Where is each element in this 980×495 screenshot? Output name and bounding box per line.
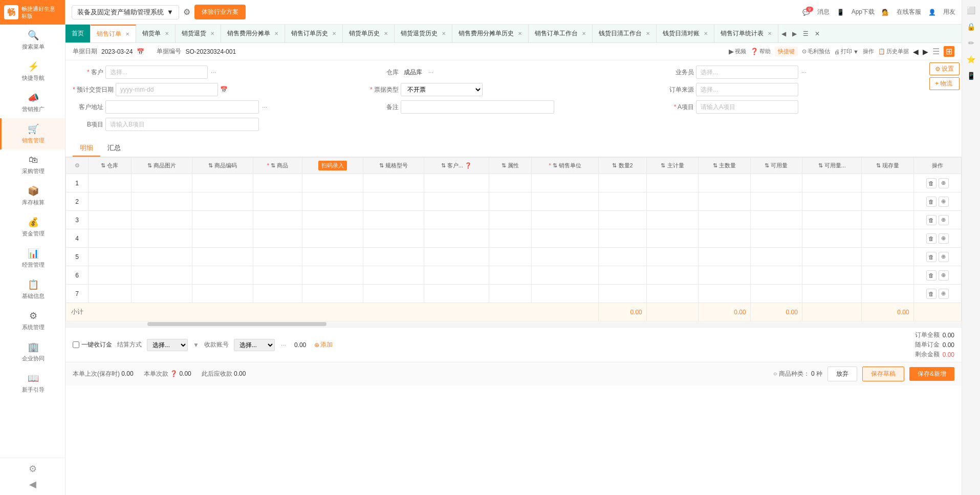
tab-summary[interactable]: 汇总 — [100, 140, 128, 157]
row-code[interactable] — [192, 248, 253, 266]
collapse-icon[interactable]: ◀ — [29, 479, 36, 490]
notification-badge[interactable]: 💬 9 — [802, 9, 810, 16]
row-delete-btn[interactable]: 🗑 — [926, 252, 937, 262]
online-service-label[interactable]: 在线客服 — [897, 8, 921, 16]
th-gear[interactable]: ⚙ — [66, 158, 89, 174]
right-panel-icon-2[interactable]: 🔒 — [964, 19, 978, 34]
sidebar-item-sales[interactable]: 🛒 销售管理 — [0, 118, 65, 149]
salesperson-input[interactable] — [696, 66, 798, 79]
row-customer-code[interactable] — [424, 192, 489, 211]
customer-more-btn[interactable]: ··· — [211, 69, 216, 76]
row-warehouse[interactable] — [89, 211, 131, 229]
row-delete-btn[interactable]: 🗑 — [926, 215, 937, 225]
date-picker-icon[interactable]: 📅 — [220, 86, 228, 93]
tab-next-btn[interactable]: ▶ — [789, 25, 800, 43]
row-name[interactable] — [253, 248, 302, 266]
row-name[interactable] — [253, 211, 302, 229]
row-attr[interactable] — [489, 229, 531, 248]
address-more-btn[interactable]: ··· — [262, 103, 267, 111]
row-unit[interactable] — [532, 192, 599, 211]
tab-daily-clear-close[interactable]: ✕ — [646, 31, 650, 36]
payment-method-more[interactable]: ▼ — [193, 341, 199, 349]
row-main-qty[interactable] — [699, 266, 750, 285]
right-panel-icon-3[interactable]: ✏ — [964, 36, 978, 50]
row-unit[interactable] — [532, 229, 599, 248]
row-qty2[interactable] — [599, 192, 646, 211]
row-name[interactable] — [253, 285, 302, 303]
row-spec[interactable] — [363, 285, 424, 303]
tab-order-history[interactable]: 销售订单历史 ✕ — [285, 25, 343, 43]
remark-input[interactable] — [401, 100, 554, 114]
row-code[interactable] — [192, 285, 253, 303]
row-spec[interactable] — [363, 248, 424, 266]
tab-workbench-close[interactable]: ✕ — [582, 31, 586, 36]
row-customer-code[interactable] — [424, 285, 489, 303]
row-main-qty[interactable] — [699, 174, 750, 192]
toolbar-nav-prev[interactable]: ◀ — [913, 48, 919, 56]
row-code[interactable] — [192, 192, 253, 211]
row-customer-code[interactable] — [424, 229, 489, 248]
tab-sales-order-close[interactable]: ✕ — [125, 31, 129, 37]
tab-return-history-close[interactable]: ✕ — [442, 31, 446, 36]
toolbar-nav-next[interactable]: ▶ — [923, 48, 928, 56]
calendar-icon[interactable]: 📅 — [137, 48, 144, 55]
save-new-btn[interactable]: 保存&新增 — [909, 367, 954, 381]
row-main-qty[interactable] — [699, 248, 750, 266]
toolbar-grid-view[interactable]: ⊞ — [944, 46, 954, 57]
row-qty2[interactable] — [599, 229, 646, 248]
tab-bill-history[interactable]: 销货单历史 ✕ — [343, 25, 395, 43]
tab-close-all-btn[interactable]: ✕ — [812, 25, 823, 43]
tab-return-history[interactable]: 销货退货历史 ✕ — [395, 25, 452, 43]
add-link[interactable]: ⊕ 添加 — [314, 340, 333, 349]
row-code[interactable] — [192, 229, 253, 248]
row-delete-btn[interactable]: 🗑 — [926, 270, 937, 281]
row-qty2[interactable] — [599, 211, 646, 229]
delivery-date-input[interactable] — [116, 83, 218, 96]
tab-order-history-close[interactable]: ✕ — [332, 31, 336, 36]
row-unit[interactable] — [532, 285, 599, 303]
a-project-input[interactable] — [696, 100, 798, 114]
row-copy-btn[interactable]: ⊕ — [939, 233, 949, 244]
tab-menu-btn[interactable]: ☰ — [800, 25, 812, 43]
th-scan[interactable]: 扫码录入 — [302, 158, 363, 174]
row-delete-btn[interactable]: 🗑 — [926, 289, 937, 299]
b-project-input[interactable] — [105, 118, 259, 131]
row-name[interactable] — [253, 192, 302, 211]
row-copy-btn[interactable]: ⊕ — [939, 289, 949, 299]
tab-expense[interactable]: 销售费用分摊单 ✕ — [221, 25, 285, 43]
row-customer-code[interactable] — [424, 248, 489, 266]
save-draft-btn[interactable]: 保存草稿 — [862, 367, 904, 381]
sidebar-item-system[interactable]: ⚙ 系统管理 — [0, 305, 65, 336]
row-qty2[interactable] — [599, 285, 646, 303]
settings-bottom-icon[interactable]: ⚙ — [29, 463, 37, 475]
row-main-qty[interactable] — [699, 192, 750, 211]
quick-collect-checkbox[interactable]: 一键收订金 — [73, 340, 112, 349]
customer-input[interactable] — [105, 66, 208, 79]
tab-expense-history[interactable]: 销售费用分摊单历史 ✕ — [452, 25, 529, 43]
tab-expense-history-close[interactable]: ✕ — [518, 31, 522, 36]
toolbar-list-view[interactable]: ☰ — [932, 47, 940, 56]
tab-stats-close[interactable]: ✕ — [768, 31, 772, 36]
row-copy-btn[interactable]: ⊕ — [939, 197, 949, 207]
row-unit[interactable] — [532, 266, 599, 285]
tab-return[interactable]: 销货退货 ✕ — [176, 25, 221, 43]
industry-btn[interactable]: 体验行业方案 — [194, 5, 246, 19]
app-selector[interactable]: 装备及固定资产辅助管理系统 ▼ — [72, 5, 179, 19]
row-qty2[interactable] — [599, 174, 646, 192]
row-warehouse[interactable] — [89, 192, 131, 211]
sidebar-item-enterprise[interactable]: 🏢 企业协同 — [0, 336, 65, 368]
tab-return-close[interactable]: ✕ — [210, 31, 214, 36]
print-btn[interactable]: 🖨 打印 ▼ — [834, 48, 859, 55]
row-spec[interactable] — [363, 192, 424, 211]
quick-collect-check[interactable] — [73, 341, 79, 348]
invoice-type-select[interactable]: 不开票 — [401, 83, 483, 96]
customer-address-input[interactable] — [105, 100, 259, 114]
sidebar-item-purchase[interactable]: 🛍 采购管理 — [0, 149, 65, 180]
row-attr[interactable] — [489, 248, 531, 266]
bank-more-btn[interactable]: ··· — [281, 341, 286, 349]
row-delete-btn[interactable]: 🗑 — [926, 178, 937, 188]
row-attr[interactable] — [489, 266, 531, 285]
order-source-input[interactable] — [696, 83, 798, 96]
warehouse-more-btn[interactable]: ··· — [428, 69, 433, 76]
row-unit[interactable] — [532, 211, 599, 229]
